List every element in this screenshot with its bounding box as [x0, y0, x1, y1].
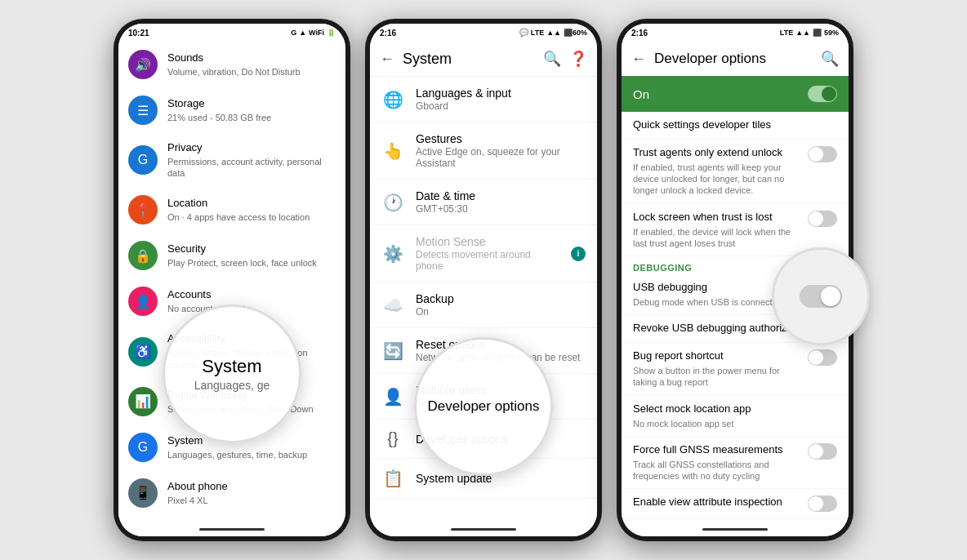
- sounds-text: Sounds Volume, vibration, Do Not Disturb: [167, 51, 336, 78]
- lte-icon-3: LTE: [780, 29, 793, 37]
- list-item[interactable]: ⚙️ Motion Sense Detects movement around …: [370, 225, 597, 282]
- system-text: System Languages, gestures, time, backup: [167, 434, 336, 460]
- lock-screen-toggle[interactable]: [808, 211, 837, 227]
- security-text: Security Play Protect, screen lock, face…: [167, 242, 336, 269]
- developer-on-bar: On: [622, 76, 849, 112]
- system-screen: 🌐 Languages & input Gboard 👆 Gestures Ac…: [370, 77, 597, 522]
- privacy-text: Privacy Permissions, account activity, p…: [167, 141, 336, 179]
- security-icon: 🔒: [128, 241, 158, 270]
- list-item[interactable]: Force full GNSS measurements Track all G…: [622, 437, 849, 489]
- list-item[interactable]: Trust agents only extend unlock If enabl…: [622, 140, 849, 204]
- status-icons-1: G ▲ WiFi 🔋: [291, 29, 336, 37]
- developer-on-toggle[interactable]: [808, 86, 837, 102]
- location-icon: 📍: [128, 195, 158, 224]
- system-header: ← System 🔍 ❓: [370, 42, 597, 77]
- datetime-icon: 🕐: [381, 193, 404, 212]
- list-item[interactable]: 📍 Location On · 4 apps have access to lo…: [118, 187, 345, 233]
- dev-options-header: ← Developer options 🔍: [622, 42, 849, 76]
- status-icons-2: 💬 LTE ▲▲ ⬛60%: [519, 29, 587, 37]
- home-bar-3: [622, 522, 849, 536]
- list-item[interactable]: {} Developer options: [370, 420, 597, 459]
- gestures-icon: 👆: [381, 141, 404, 161]
- settings-list: 🔊 Sounds Volume, vibration, Do Not Distu…: [118, 42, 345, 522]
- list-item[interactable]: 👤 Multiple users Signed in as Owner: [370, 374, 597, 420]
- about-phone-text: About phone Pixel 4 XL: [167, 480, 336, 506]
- time-3: 2:16: [631, 29, 648, 38]
- trust-agents-toggle[interactable]: [808, 146, 837, 162]
- location-text: Location On · 4 apps have access to loca…: [167, 197, 336, 223]
- status-bar-3: 2:16 LTE ▲▲ ⬛ 59%: [622, 24, 849, 42]
- lte-icon: LTE: [531, 29, 544, 37]
- wifi-icon: WiFi: [309, 29, 324, 37]
- home-bar-2: [370, 522, 597, 536]
- bug-report-toggle[interactable]: [808, 349, 837, 366]
- system-update-icon: 📋: [381, 469, 404, 488]
- system-icon: G: [128, 433, 158, 462]
- digital-wellbeing-icon: 📊: [128, 387, 158, 416]
- signal-icon-3: ▲▲: [795, 29, 810, 37]
- list-item[interactable]: 🔄 Reset options Network, apps, or device…: [370, 328, 597, 374]
- list-item[interactable]: Bug report shortcut Show a button in the…: [622, 343, 849, 395]
- view-attribute-toggle[interactable]: [808, 496, 837, 512]
- back-button-2[interactable]: ←: [380, 51, 394, 68]
- languages-icon: 🌐: [381, 90, 404, 109]
- list-item[interactable]: ♿ Accessibility Screen readers, display,…: [118, 324, 345, 378]
- settings-screen: 🔊 Sounds Volume, vibration, Do Not Distu…: [118, 42, 345, 522]
- backup-icon: ☁️: [381, 296, 404, 315]
- accessibility-icon: ♿: [128, 337, 158, 367]
- status-bar-1: 10:21 G ▲ WiFi 🔋: [118, 24, 345, 42]
- list-item[interactable]: ☁️ Backup On: [370, 282, 597, 328]
- search-button-3[interactable]: 🔍: [821, 50, 839, 68]
- time-2: 2:16: [380, 29, 396, 38]
- battery-pct-3: 59%: [824, 29, 839, 37]
- sounds-icon: 🔊: [128, 50, 158, 79]
- usb-debug-toggle-magnifier: [772, 247, 870, 345]
- digital-wellbeing-text: Digital Wellbeing Screen time, app timer…: [167, 389, 336, 415]
- users-icon: 👤: [381, 387, 404, 407]
- list-item[interactable]: ☰ Storage 21% used - 50.83 GB free: [118, 87, 345, 133]
- list-item[interactable]: Enable view attribute inspection: [622, 489, 849, 519]
- list-item[interactable]: G Privacy Permissions, account activity,…: [118, 133, 345, 187]
- list-item[interactable]: 🔊 Sounds Volume, vibration, Do Not Distu…: [118, 42, 345, 87]
- gnss-toggle[interactable]: [808, 443, 837, 460]
- accessibility-text: Accessibility Screen readers, display, i…: [167, 332, 336, 370]
- signal-icon-2: ▲▲: [546, 29, 561, 37]
- back-button-3[interactable]: ←: [631, 51, 646, 68]
- storage-text: Storage 21% used - 50.83 GB free: [167, 97, 336, 123]
- phone-2: 2:16 💬 LTE ▲▲ ⬛60% ← System 🔍 ❓ 🌐 Langua…: [365, 19, 602, 541]
- search-button-2[interactable]: 🔍: [543, 50, 561, 68]
- phone-1: 10:21 G ▲ WiFi 🔋 🔊 Sounds Volume, vibrat…: [114, 19, 350, 541]
- list-item[interactable]: ❓ Tips & support Help articles, phone & …: [118, 516, 345, 522]
- phone-3: 2:16 LTE ▲▲ ⬛ 59% ← Developer options 🔍 …: [617, 19, 853, 541]
- battery-icon-3: ⬛: [813, 29, 822, 37]
- privacy-icon: G: [128, 145, 158, 175]
- storage-icon: ☰: [128, 96, 158, 125]
- help-button-2[interactable]: ❓: [569, 50, 587, 68]
- whatsapp-icon: 💬: [519, 29, 528, 37]
- info-badge: i: [571, 247, 586, 261]
- accounts-icon: 👤: [128, 287, 158, 316]
- list-item[interactable]: Quick settings developer tiles: [622, 112, 849, 140]
- google-icon: G: [291, 29, 296, 37]
- dev-options-icon: {}: [381, 429, 404, 448]
- list-item[interactable]: Select mock location app No mock locatio…: [622, 396, 849, 437]
- status-icons-3: LTE ▲▲ ⬛ 59%: [780, 29, 839, 37]
- motion-sense-icon: ⚙️: [381, 244, 404, 264]
- list-item[interactable]: 🔒 Security Play Protect, screen lock, fa…: [118, 233, 345, 278]
- reset-icon: 🔄: [381, 341, 404, 361]
- list-item[interactable]: 🕐 Date & time GMT+05:30: [370, 180, 597, 225]
- signal-icon: ▲: [299, 29, 306, 37]
- list-item[interactable]: G System Languages, gestures, time, back…: [118, 424, 345, 470]
- battery-icon-2: ⬛60%: [564, 29, 587, 37]
- list-item[interactable]: 🌐 Languages & input Gboard: [370, 77, 597, 122]
- list-item[interactable]: 📱 About phone Pixel 4 XL: [118, 470, 345, 516]
- accounts-text: Accounts No accounts added: [167, 288, 336, 314]
- battery-icon: 🔋: [327, 29, 336, 37]
- list-item[interactable]: 📋 System update: [370, 459, 597, 499]
- time-1: 10:21: [128, 29, 149, 38]
- home-bar-1: [118, 522, 345, 536]
- list-item[interactable]: 📊 Digital Wellbeing Screen time, app tim…: [118, 379, 345, 424]
- list-item[interactable]: 👆 Gestures Active Edge on, squeeze for y…: [370, 122, 597, 180]
- big-toggle: [800, 285, 842, 308]
- list-item[interactable]: 👤 Accounts No accounts added: [118, 278, 345, 324]
